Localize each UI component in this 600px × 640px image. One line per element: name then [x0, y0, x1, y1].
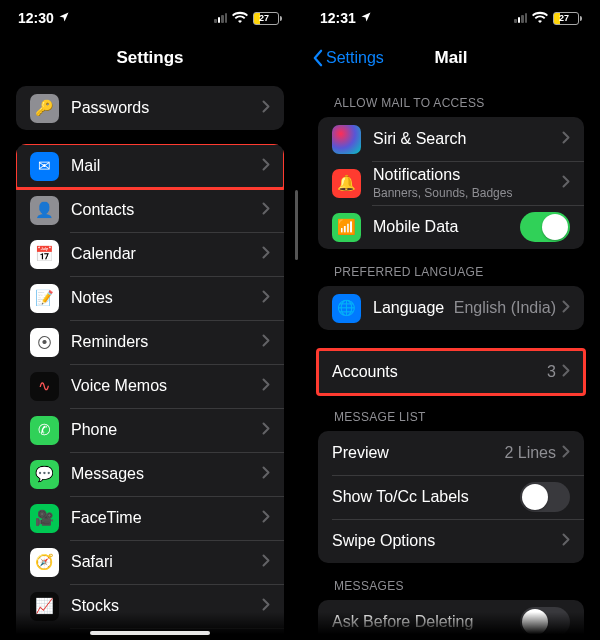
chevron-right-icon: [262, 377, 270, 395]
app-icon: 🔔: [332, 169, 361, 198]
location-arrow-icon: [360, 10, 372, 26]
row-facetime[interactable]: 🎥FaceTime: [16, 496, 284, 540]
section-header-messages: MESSAGES: [302, 563, 600, 600]
row-label: Accounts: [332, 363, 547, 381]
chevron-right-icon: [562, 174, 570, 192]
row-sublabel: Banners, Sounds, Badges: [373, 186, 562, 200]
row-label: Mail: [71, 157, 262, 175]
toggle[interactable]: [520, 482, 570, 512]
section-header-message-list: MESSAGE LIST: [302, 394, 600, 431]
section-header-language: PREFERRED LANGUAGE: [302, 249, 600, 286]
row-label: Messages: [71, 465, 262, 483]
chevron-right-icon: [262, 553, 270, 571]
row-label: Phone: [71, 421, 262, 439]
chevron-right-icon: [262, 289, 270, 307]
phone-mail-settings: 12:31 27 Settings Mail ALLOW MAIL TO ACC…: [300, 0, 600, 640]
app-icon: 🎥: [30, 504, 59, 533]
row-label: Language: [373, 299, 454, 317]
scroll-indicator: [295, 190, 298, 260]
chevron-right-icon: [262, 99, 270, 117]
battery-icon: 27: [553, 12, 582, 25]
row-swipe-options[interactable]: Swipe Options: [318, 519, 584, 563]
nav-header: Settings: [0, 36, 300, 80]
app-icon: 📝: [30, 284, 59, 313]
mail-settings-list: ALLOW MAIL TO ACCESS Siri & Search🔔Notif…: [302, 80, 600, 640]
chevron-right-icon: [562, 532, 570, 550]
chevron-right-icon: [262, 509, 270, 527]
row-mail[interactable]: ✉︎Mail: [16, 144, 284, 188]
row-label: Calendar: [71, 245, 262, 263]
row-safari[interactable]: 🧭Safari: [16, 540, 284, 584]
chevron-right-icon: [262, 333, 270, 351]
app-icon: ⛅: [30, 636, 59, 641]
settings-list: 🔑Passwords✉︎Mail👤Contacts📅Calendar📝Notes…: [0, 80, 300, 640]
row-label: Siri & Search: [373, 130, 562, 148]
chevron-right-icon: [562, 130, 570, 148]
row-voice-memos[interactable]: ∿Voice Memos: [16, 364, 284, 408]
back-label: Settings: [326, 49, 384, 67]
app-icon: ✆: [30, 416, 59, 445]
back-button[interactable]: Settings: [312, 49, 384, 67]
status-bar: 12:31 27: [302, 0, 600, 36]
row-calendar[interactable]: 📅Calendar: [16, 232, 284, 276]
row-label: Safari: [71, 553, 262, 571]
row-mobile-data[interactable]: 📶Mobile Data: [318, 205, 584, 249]
row-detail: English (India): [454, 299, 556, 317]
row-label: Notes: [71, 289, 262, 307]
chevron-right-icon: [262, 465, 270, 483]
row-label: Voice Memos: [71, 377, 262, 395]
wifi-icon: [532, 11, 548, 26]
wifi-icon: [232, 11, 248, 26]
cell-signal-icon: [514, 13, 527, 23]
chevron-right-icon: [262, 201, 270, 219]
app-icon: 📅: [30, 240, 59, 269]
section-header-allow: ALLOW MAIL TO ACCESS: [302, 80, 600, 117]
app-icon: 🔑: [30, 94, 59, 123]
page-title: Settings: [116, 48, 183, 68]
row-contacts[interactable]: 👤Contacts: [16, 188, 284, 232]
page-title: Mail: [434, 48, 467, 68]
row-detail: 3: [547, 363, 556, 381]
row-label: FaceTime: [71, 509, 262, 527]
home-indicator: [90, 631, 210, 635]
row-passwords[interactable]: 🔑Passwords: [16, 86, 284, 130]
row-preview[interactable]: Preview2 Lines: [318, 431, 584, 475]
toggle[interactable]: [520, 607, 570, 637]
app-icon: 💬: [30, 460, 59, 489]
row-language[interactable]: 🌐 Language English (India): [318, 286, 584, 330]
app-icon: ∿: [30, 372, 59, 401]
row-siri-search[interactable]: Siri & Search: [318, 117, 584, 161]
app-icon: 📈: [30, 592, 59, 621]
row-ask-before-deleting[interactable]: Ask Before Deleting: [318, 600, 584, 640]
app-icon: [332, 125, 361, 154]
status-time: 12:31: [320, 10, 356, 26]
row-notifications[interactable]: 🔔NotificationsBanners, Sounds, Badges: [318, 161, 584, 205]
row-label: Preview: [332, 444, 504, 462]
row-label: Contacts: [71, 201, 262, 219]
row-phone[interactable]: ✆Phone: [16, 408, 284, 452]
row-label: Swipe Options: [332, 532, 562, 550]
chevron-right-icon: [262, 597, 270, 615]
row-reminders[interactable]: ⦿Reminders: [16, 320, 284, 364]
phone-settings: 12:30 27 Settings 🔑Passwords✉︎Mail👤Conta…: [0, 0, 300, 640]
row-notes[interactable]: 📝Notes: [16, 276, 284, 320]
toggle[interactable]: [520, 212, 570, 242]
location-arrow-icon: [58, 10, 70, 26]
row-label: Mobile Data: [373, 218, 520, 236]
row-show-to-cc-labels[interactable]: Show To/Cc Labels: [318, 475, 584, 519]
chevron-right-icon: [262, 157, 270, 175]
row-messages[interactable]: 💬Messages: [16, 452, 284, 496]
chevron-right-icon: [562, 444, 570, 462]
row-detail: 2 Lines: [504, 444, 556, 462]
row-accounts[interactable]: Accounts 3: [318, 350, 584, 394]
chevron-right-icon: [262, 245, 270, 263]
row-stocks[interactable]: 📈Stocks: [16, 584, 284, 628]
row-label: Show To/Cc Labels: [332, 488, 520, 506]
chevron-right-icon: [562, 299, 570, 317]
row-label: Ask Before Deleting: [332, 613, 520, 631]
battery-icon: 27: [253, 12, 282, 25]
status-time: 12:30: [18, 10, 54, 26]
chevron-right-icon: [562, 363, 570, 381]
app-icon: 👤: [30, 196, 59, 225]
globe-icon: 🌐: [332, 294, 361, 323]
